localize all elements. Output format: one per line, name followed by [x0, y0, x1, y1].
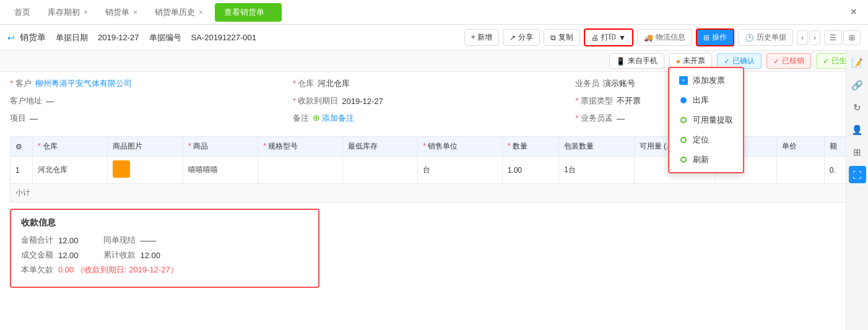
tab-history-close[interactable]: ×: [199, 8, 203, 17]
invoice-type-value: 不开票: [617, 95, 641, 106]
remark-add[interactable]: ⊕ 添加备注: [313, 113, 355, 124]
same-order-settle-item: 同单现结 ——: [103, 235, 157, 246]
tab-bar: 首页 库存期初 × 销货单 × 销货单历史 × 查看销货单 × ×: [0, 0, 868, 25]
salesperson-value: 演示账号: [603, 78, 635, 89]
add-button[interactable]: + 新增: [464, 29, 499, 46]
th-unit-price: 单价: [777, 137, 825, 157]
row-spec: [258, 157, 342, 184]
invoice-type-label: 票据类型: [575, 95, 613, 106]
tab-inventory-close[interactable]: ×: [84, 8, 88, 17]
total-amount-label: 金额合计: [21, 235, 53, 246]
dropdown-ship-out[interactable]: 出库: [669, 90, 743, 110]
warehouse-value: 河北仓库: [318, 78, 350, 89]
warehouse-label: 仓库: [293, 78, 315, 89]
current-due-label: 本单欠款: [21, 264, 53, 276]
same-order-settle-value: ——: [141, 236, 157, 245]
doc-icon: ↩: [7, 33, 15, 43]
th-settings[interactable]: ⚙: [11, 137, 33, 157]
logistics-button[interactable]: 🚚 物流信息: [637, 29, 692, 46]
cumulative-payment-value: 12.00: [141, 251, 161, 260]
remark-label: 备注: [293, 113, 309, 124]
payment-row-1: 金额合计 12.00 同单现结 ——: [21, 235, 308, 246]
grid-view-button[interactable]: ⊞: [843, 30, 861, 45]
logistics-icon: 🚚: [644, 33, 653, 42]
dropdown-available-qty[interactable]: 可用量提取: [669, 110, 743, 130]
row-product-img: [108, 157, 183, 184]
share-button[interactable]: ↗ 分享: [503, 29, 540, 46]
nav-arrows: ‹ ›: [797, 30, 820, 45]
current-due-value: 0.00 （收款到期日: 2019-12-27）: [58, 264, 178, 276]
row-pack-qty: 1台: [559, 157, 634, 184]
sidebar-expand-icon[interactable]: ⛶: [849, 166, 866, 183]
row-sales-unit: 台: [418, 157, 502, 184]
payment-date-label: 收款到期日: [293, 95, 339, 106]
operate-icon: ⊞: [703, 33, 710, 42]
ship-out-icon: [679, 96, 688, 105]
phone-icon: 📱: [616, 57, 625, 66]
payment-date-group: 收款到期日 2019-12-27: [293, 95, 576, 106]
number-label: 单据编号: [149, 32, 181, 43]
toolbar: ↩ 销货单 单据日期 2019-12-27 单据编号 SA-20191227-0…: [0, 25, 868, 51]
address-label: 客户地址: [10, 95, 42, 106]
salesperson2-value: —: [617, 114, 625, 123]
date-label: 单据日期: [56, 32, 88, 43]
project-group: 项目 —: [10, 113, 293, 124]
effective-icon: ✓: [823, 57, 829, 66]
sidebar-refresh-icon[interactable]: ↻: [849, 99, 866, 116]
list-view-button[interactable]: ☰: [824, 30, 842, 45]
th-warehouse: 仓库: [33, 137, 108, 157]
sidebar-grid-icon[interactable]: ⊞: [849, 144, 866, 161]
cancelled-button[interactable]: ✓ 已核销: [766, 53, 811, 69]
refresh-icon: [679, 155, 688, 164]
address-value: —: [46, 97, 54, 106]
prev-button[interactable]: ‹: [797, 30, 808, 45]
remark-group: 备注 ⊕ 添加备注: [293, 113, 576, 124]
tab-sales-order[interactable]: 销货单 ×: [97, 2, 145, 22]
print-button[interactable]: 🖨 打印 ▼: [584, 28, 633, 46]
tab-inventory-label: 库存期初: [48, 7, 80, 18]
payment-row-2: 成交金额 12.00 累计收款 12.00: [21, 250, 308, 261]
tab-view-sales[interactable]: 查看销货单 ×: [215, 3, 282, 22]
tab-sales-history[interactable]: 销货单历史 ×: [147, 2, 211, 22]
salesperson2-label: 业务员孟: [575, 113, 613, 124]
payment-row-3: 本单欠款 0.00 （收款到期日: 2019-12-27）: [21, 264, 308, 276]
from-phone-button[interactable]: 📱 来自手机: [609, 53, 664, 69]
tab-sales-close[interactable]: ×: [133, 8, 137, 17]
salesperson-label: 业务员: [575, 78, 599, 89]
transaction-amount-value: 12.00: [58, 251, 79, 260]
dropdown-add-invoice[interactable]: + 添加发票: [669, 71, 743, 90]
warehouse-group: 仓库 河北仓库: [293, 78, 576, 89]
product-image: [113, 160, 130, 178]
tab-sales-label: 销货单: [105, 7, 129, 18]
tab-home[interactable]: 首页: [6, 2, 38, 22]
row-no: 1: [11, 157, 33, 184]
tab-home-label: 首页: [14, 7, 30, 18]
th-product: 商品: [183, 137, 258, 157]
tab-view-label: 查看销货单: [224, 7, 264, 18]
operate-button[interactable]: ⊞ 操作: [696, 28, 734, 46]
dropdown-locate[interactable]: 定位: [669, 130, 743, 150]
next-button[interactable]: ›: [809, 30, 820, 45]
copy-button[interactable]: ⧉ 复制: [544, 29, 580, 46]
row-unit-price: [777, 157, 825, 184]
transaction-amount-label: 成交金额: [21, 250, 53, 261]
window-close-button[interactable]: ×: [845, 6, 862, 19]
copy-icon: ⧉: [550, 33, 556, 42]
dropdown-refresh[interactable]: 刷新: [669, 150, 743, 170]
sidebar-person-icon[interactable]: 👤: [849, 121, 866, 139]
print-dropdown-arrow: ▼: [618, 33, 626, 42]
th-pack-qty: 包装数量: [559, 137, 634, 157]
doc-title: 销货单: [20, 32, 46, 43]
th-spec: 规格型号: [258, 137, 342, 157]
sidebar-link-icon[interactable]: 🔗: [849, 77, 866, 94]
history-button[interactable]: 🕐 历史单据: [738, 29, 793, 46]
sidebar-edit-icon[interactable]: 📝: [849, 54, 866, 72]
subtotal-label: 小计: [11, 184, 858, 202]
add-invoice-icon: +: [679, 76, 688, 85]
tab-view-close[interactable]: ×: [268, 8, 272, 17]
customer-value[interactable]: 柳州粤港平安气体有限公司: [35, 78, 132, 89]
row-product: 嘻嘻嘻嘻: [183, 157, 258, 184]
cumulative-payment-item: 累计收款 12.00: [103, 250, 161, 261]
tab-inventory-init[interactable]: 库存期初 ×: [40, 2, 96, 22]
row-warehouse: 河北仓库: [33, 157, 108, 184]
